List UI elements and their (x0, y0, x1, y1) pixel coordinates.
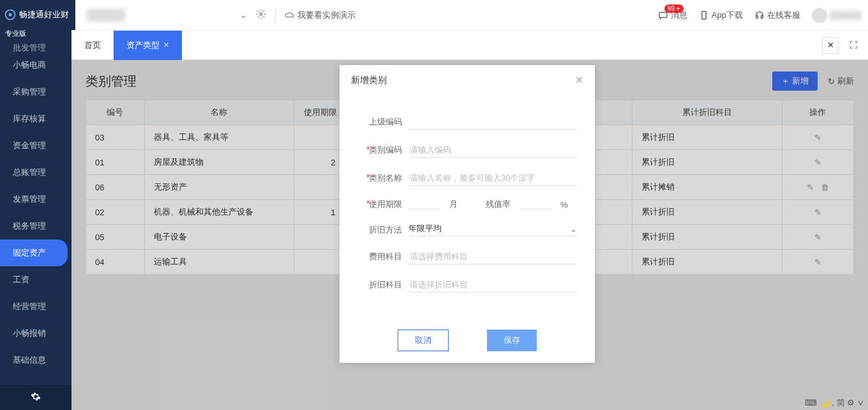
edit-icon[interactable]: ✎ (814, 257, 821, 267)
main-area: 首页 资产类型 ✕ ✕ ⛶ 类别管理 ＋ 新增 ↻ 刷新 编号 (71, 31, 868, 410)
messages-button[interactable]: 99 + 消息 (658, 10, 687, 21)
sidebar-item[interactable]: 基础信息 (0, 347, 71, 374)
sidebar-item[interactable]: 采购管理 (0, 79, 71, 105)
unit-month: 月 (449, 199, 458, 210)
th-depr: 累计折旧科目 (632, 100, 782, 125)
tab-close-all-icon[interactable]: ✕ (822, 37, 839, 54)
sidebar-item[interactable]: 总账管理 (0, 159, 71, 186)
company-name-blurred (87, 9, 125, 22)
divider (275, 8, 276, 23)
label-residual: 残值率 (486, 199, 511, 210)
label-parent-code: 上级编码 (357, 116, 408, 128)
tab-close-icon[interactable]: ✕ (163, 41, 169, 49)
input-name[interactable] (408, 171, 577, 186)
delete-icon[interactable]: 🗑 (821, 183, 829, 192)
settings-gear-icon[interactable] (256, 9, 266, 21)
label-depr-account: 折旧科目 (357, 279, 408, 291)
company-selector[interactable] (84, 9, 125, 22)
input-code[interactable] (408, 142, 577, 158)
demo-link[interactable]: 我要看实例演示 (285, 10, 355, 21)
svg-point-1 (9, 13, 12, 17)
edition-label: 专业版 (0, 27, 71, 40)
select-method[interactable]: 年限平均 ⌄ (408, 223, 577, 236)
input-parent-code[interactable] (408, 114, 577, 130)
sidebar-item[interactable]: 资金管理 (0, 132, 71, 159)
input-residual[interactable] (520, 199, 551, 209)
fullscreen-icon[interactable]: ⛶ (845, 37, 862, 54)
user-menu[interactable] (812, 8, 862, 23)
sidebar-item[interactable]: 经营管理 (0, 293, 71, 320)
label-code: *类别编码 (357, 144, 408, 156)
label-period: *使用期限 (357, 199, 408, 210)
label-name: *类别名称 (357, 172, 408, 184)
sidebar-item[interactable]: 发票管理 (0, 186, 71, 213)
refresh-button[interactable]: ↻ 刷新 (828, 75, 854, 87)
cancel-button[interactable]: 取消 (398, 330, 449, 351)
tab-asset-type[interactable]: 资产类型 ✕ (114, 31, 182, 60)
edit-icon[interactable]: ✎ (814, 208, 821, 217)
sidebar-item-partial[interactable]: 批发管理 (0, 40, 71, 52)
messages-badge: 99 + (664, 4, 684, 13)
edit-icon[interactable]: ✎ (814, 133, 821, 142)
input-expense-account[interactable] (408, 249, 577, 264)
label-expense-account: 费用科目 (357, 251, 408, 262)
edit-icon[interactable]: ✎ (814, 232, 821, 242)
th-name: 名称 (144, 100, 294, 125)
brand-text: 畅捷通好业财 (19, 9, 69, 20)
logo-icon (4, 8, 17, 21)
demo-text: 我要看实例演示 (297, 10, 355, 21)
sidebar-item[interactable]: 固定资产 (0, 239, 68, 266)
tabs-bar: 首页 资产类型 ✕ ✕ ⛶ (71, 31, 868, 60)
username-blurred (830, 11, 862, 20)
sidebar-item[interactable]: 工资 (0, 266, 71, 293)
tab-home[interactable]: 首页 (71, 31, 114, 60)
save-button[interactable]: 保存 (487, 330, 537, 351)
svg-rect-4 (702, 11, 707, 19)
cloud-icon (285, 10, 295, 20)
sidebar-item[interactable]: 库存核算 (0, 105, 71, 132)
sidebar: 专业版 批发管理 小畅电商采购管理库存核算资金管理总账管理发票管理税务管理固定资… (0, 31, 71, 410)
chevron-down-icon[interactable]: ⌄ (240, 10, 247, 20)
app-header: 畅捷通好业财 ⌄ 我要看实例演示 99 + 消息 App下载 在线客服 (0, 0, 868, 31)
modal-title: 新增类别 (351, 75, 387, 86)
svg-point-2 (260, 13, 262, 15)
label-method: 折旧方法 (357, 224, 408, 236)
app-download-button[interactable]: App下载 (699, 10, 743, 21)
input-period[interactable] (408, 199, 440, 209)
headset-icon (754, 10, 765, 20)
modal-close-icon[interactable]: ✕ (575, 74, 583, 86)
edit-icon[interactable]: ✎ (814, 158, 821, 167)
sidebar-item[interactable]: 小畅报销 (0, 320, 71, 347)
sidebar-item[interactable]: 小畅电商 (0, 52, 71, 79)
th-code: 编号 (86, 100, 145, 125)
unit-percent: % (560, 200, 568, 209)
svg-rect-3 (659, 12, 667, 17)
th-ops: 操作 (782, 100, 853, 125)
chevron-down-icon: ⌄ (570, 224, 577, 234)
page-title: 类别管理 (86, 73, 137, 90)
brand-logo: 畅捷通好业财 (0, 0, 75, 30)
add-button[interactable]: ＋ 新增 (772, 72, 818, 91)
sidebar-item[interactable]: 税务管理 (0, 213, 71, 239)
phone-icon (699, 10, 709, 20)
user-avatar (812, 8, 827, 23)
customer-service-button[interactable]: 在线客服 (754, 10, 800, 21)
ime-bar[interactable]: ⌨ 🌙 , 简 ⚙ ∨ (805, 397, 864, 409)
input-depr-account[interactable] (408, 277, 577, 292)
edit-icon[interactable]: ✎ (807, 183, 814, 192)
header-actions: 99 + 消息 App下载 在线客服 (658, 8, 862, 23)
sidebar-settings-icon[interactable] (0, 385, 71, 410)
add-category-modal: 新增类别 ✕ 上级编码 *类别编码 *类别名称 *使用期限 (340, 65, 595, 363)
